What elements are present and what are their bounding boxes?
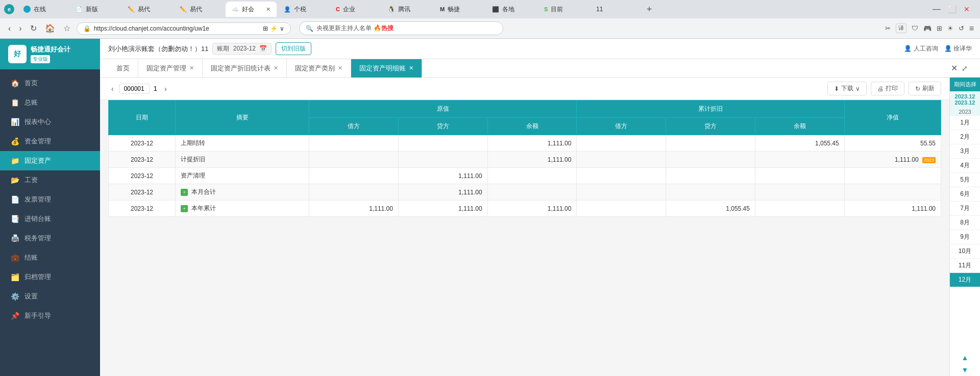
sidebar-item-tax[interactable]: 🖨️ 税务管理 [0,229,100,248]
period-month-2[interactable]: 2月 [950,130,980,144]
page-tab-fixed-assets-mgmt[interactable]: 固定资产管理 ✕ [138,59,203,78]
tab-favicon: ✏️ [128,6,135,13]
refresh-data-button[interactable]: ↻ 刷新 [909,82,941,95]
help-icon: 👤 [904,45,912,52]
tab-close-icon[interactable]: ✕ [338,65,342,71]
tab-close-icon[interactable]: ✕ [409,65,413,71]
payroll-icon: 📂 [10,176,19,184]
sidebar-item-payroll[interactable]: 📂 工资 [0,170,100,190]
sidebar-item-guide[interactable]: 📌 新手引导 [0,306,100,325]
row-type-icon: + [181,205,188,212]
grid-icon[interactable]: ⊞ [937,24,942,32]
theme-icon[interactable]: ☀ [947,24,953,32]
browser-tab-muqian[interactable]: S 目前 [538,2,589,17]
sidebar-item-archive[interactable]: 🗂️ 归档管理 [0,267,100,287]
window-close-button[interactable]: ✕ [962,3,972,15]
print-button[interactable]: 🖨 打印 [871,82,904,95]
cell-summary: 计提折旧 [176,152,309,168]
user-info[interactable]: 👤 徐译华 [944,44,972,53]
cell-orig-balance [487,184,577,200]
period-month-12[interactable]: 12月 [950,273,980,287]
cut-icon[interactable]: ✂ [885,24,891,32]
prev-page-button[interactable]: ‹ [108,84,117,94]
sidebar-item-closing[interactable]: 💼 结账 [0,248,100,267]
page-code-input[interactable] [119,84,150,94]
tab-label: 畅捷 [448,5,460,14]
cell-net-value: 1,111.00 [844,200,941,217]
period-month-9[interactable]: 9月 [950,230,980,244]
panel-expand-button[interactable]: ⤢ [962,64,968,72]
panel-close-button[interactable]: ✕ [951,63,958,73]
period-month-1[interactable]: 1月 [950,116,980,130]
period-month-10[interactable]: 10月 [950,244,980,259]
browser-tab-tencent[interactable]: 🐧 腾讯 [382,2,433,17]
browser-tab-online[interactable]: 🌐 在线 [17,2,68,17]
period-month-4[interactable]: 4月 [950,159,980,173]
page-tab-asset-category[interactable]: 固定资产类别 ✕ [287,59,351,78]
dropdown-icon[interactable]: ∨ [280,25,284,32]
period-month-7[interactable]: 7月 [950,202,980,216]
download-button[interactable]: ⬇ 下载 ∨ [827,82,867,95]
window-maximize-button[interactable]: ⬜ [946,3,959,15]
back-button[interactable]: ‹ [6,22,13,35]
search-input[interactable]: 🔍 央视更新主持人名单 🔥热搜 [299,21,503,35]
settings-icon[interactable]: ≡ [969,24,974,33]
refresh-button[interactable]: ↻ [28,21,39,35]
sidebar-item-fixed-assets[interactable]: 📁 固定资产 [0,151,100,170]
period-month-3[interactable]: 3月 [950,144,980,159]
browser-tab-haohui[interactable]: ☁️ 好会 ✕ [226,2,277,17]
col-header-accumulated-depreciation: 累计折旧 [577,101,844,118]
next-page-button[interactable]: › [161,84,170,94]
period-month-5[interactable]: 5月 [950,173,980,187]
url-input[interactable]: 🔒 https://cloud.chanjet.com/accounting/u… [77,22,291,35]
period-month-8[interactable]: 8月 [950,216,980,230]
history-icon[interactable]: ↺ [959,24,964,32]
home-button[interactable]: 🏠 [43,21,57,35]
cell-orig-debit [309,152,399,168]
forward-button[interactable]: › [17,22,23,35]
cell-accum-credit [666,152,755,168]
tab-close-icon[interactable]: ✕ [266,6,271,13]
col-subheader-accum-balance: 余额 [755,118,844,135]
url-text: https://cloud.chanjet.com/accounting/uw1… [94,25,209,32]
scroll-up-button[interactable]: ▲ [950,352,980,364]
page-tab-asset-ledger[interactable]: 固定资产明细账 ✕ [351,59,422,78]
window-minimize-button[interactable]: — [930,3,943,16]
sidebar-item-settings[interactable]: ⚙️ 设置 [0,287,100,306]
period-month-6[interactable]: 6月 [950,187,980,202]
sidebar-item-home[interactable]: 🏠 首页 [0,73,100,93]
bookmark-button[interactable]: ☆ [61,21,72,35]
sidebar-item-ledger[interactable]: 📋 总账 [0,93,100,112]
main-panel: ‹ 1 › ⬇ 下载 ∨ 🖨 打印 [100,78,949,376]
help-label[interactable]: 👤 人工咨询 [904,44,938,53]
row-type-icon: + [181,189,188,196]
browser-tab-qiye[interactable]: C 企业 [330,2,381,17]
switch-to-old-button[interactable]: 切到旧版 [276,42,311,55]
browser-tab-geshui[interactable]: 👤 个税 [278,2,329,17]
browser-tab-new[interactable]: 📄 新版 [69,2,120,17]
browser-tab-gedi[interactable]: ⬛ 各地 [486,2,537,17]
new-tab-button[interactable]: + [642,2,656,16]
tab-label: 目前 [551,5,563,14]
tab-close-icon[interactable]: ✕ [274,65,278,71]
page-tab-home[interactable]: 首页 [108,59,138,78]
browser-tab-changjie[interactable]: M 畅捷 [434,2,485,17]
sidebar-item-invoice[interactable]: 📄 发票管理 [0,190,100,209]
period-month-11[interactable]: 11月 [950,259,980,273]
sidebar-item-reports[interactable]: 📊 报表中心 [0,112,100,132]
closing-icon: 💼 [10,254,19,262]
toolbar-row: ‹ 1 › ⬇ 下载 ∨ 🖨 打印 [100,78,949,100]
game-icon[interactable]: 🎮 [923,24,932,32]
scroll-down-button[interactable]: ▼ [950,364,980,376]
page-tab-depreciation-stats[interactable]: 固定资产折旧统计表 ✕ [203,59,287,78]
cell-accum-balance: 1,055.45 [755,135,844,152]
browser-tab-yidai1[interactable]: ✏️ 易代 [121,2,173,17]
browser-tab-11[interactable]: 11 [590,2,641,17]
page-num-display: 1 [152,85,159,92]
translate-icon[interactable]: 译 [896,23,906,33]
tab-close-icon[interactable]: ✕ [189,65,194,71]
sidebar-item-purchases[interactable]: 📑 进销台账 [0,209,100,229]
sidebar-item-funds[interactable]: 💰 资金管理 [0,132,100,151]
shield-icon[interactable]: 🛡 [912,24,918,32]
browser-tab-yidai2[interactable]: ✏️ 易代 [174,2,225,17]
